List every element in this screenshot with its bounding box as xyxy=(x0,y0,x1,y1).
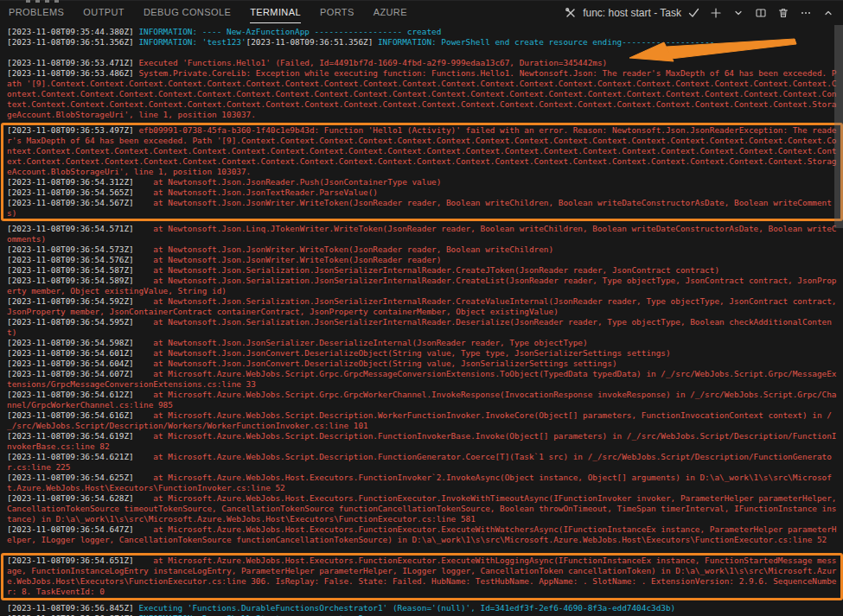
tab-terminal[interactable]: TERMINAL xyxy=(250,2,301,23)
terminal-task-label: func: host start - Task xyxy=(583,7,681,19)
log-block: [2023-11-08T09:35:44.380Z] INFORMATION: … xyxy=(7,27,840,120)
trash-icon[interactable] xyxy=(776,5,791,21)
log-line: [2023-11-08T09:36:53.486Z] System.Privat… xyxy=(7,68,840,120)
log-line: [2023-11-08T09:36:54.576Z] at Newtonsoft… xyxy=(7,255,840,265)
log-line: [2023-11-08T09:36:54.567Z] at Newtonsoft… xyxy=(7,198,840,219)
log-block: [2023-11-08T09:36:54.571Z] at Newtonsoft… xyxy=(7,224,840,545)
log-line: [2023-11-08T09:36:54.571Z] at Newtonsoft… xyxy=(7,224,840,244)
chevron-up-icon[interactable] xyxy=(821,5,836,21)
log-line: [2023-11-08T09:36:54.312Z] at Newtonsoft… xyxy=(7,177,840,187)
log-line: [2023-11-08T09:36:54.592Z] at Newtonsoft… xyxy=(7,296,840,317)
log-line: [2023-11-08T09:36:54.573Z] at Newtonsoft… xyxy=(7,244,840,255)
log-line: [2023-11-08T09:36:54.612Z] at Microsoft.… xyxy=(7,390,840,410)
log-line: [2023-11-08T09:36:54.607Z] at Microsoft.… xyxy=(7,369,840,390)
chevron-down-icon[interactable] xyxy=(731,5,746,21)
tab-debug-console[interactable]: DEBUG CONSOLE xyxy=(144,2,231,23)
tools-icon xyxy=(563,5,578,21)
log-line: [2023-11-08T09:36:54.604Z] at Newtonsoft… xyxy=(7,359,840,369)
log-line: [2023-11-08T09:35:44.380Z] INFORMATION: … xyxy=(7,27,840,37)
log-block: [2023-11-08T09:36:56.845Z] Executing 'Fu… xyxy=(7,603,840,616)
tab-azure[interactable]: AZURE xyxy=(374,2,407,23)
split-editor-icon[interactable] xyxy=(753,5,769,21)
log-line: [2023-11-08T09:36:54.598Z] at Newtonsoft… xyxy=(7,338,840,348)
log-line: [2023-11-08T09:36:53.497Z] efb09991-0738… xyxy=(7,125,840,177)
tab-problems[interactable]: PROBLEMS xyxy=(9,2,64,23)
log-line: [2023-11-08T09:36:53.471Z] Executed 'Fun… xyxy=(7,58,840,68)
log-line: [2023-11-08T09:36:54.565Z] at Newtonsoft… xyxy=(7,187,840,198)
clipped-text-fragment xyxy=(26,0,61,3)
log-line: [2023-11-08T09:36:54.595Z] at Newtonsoft… xyxy=(7,317,840,338)
terminal-log: [2023-11-08T09:35:44.380Z] INFORMATION: … xyxy=(0,24,843,616)
log-line: [2023-11-08T09:36:54.587Z] at Newtonsoft… xyxy=(7,265,840,276)
panel-tabs: PROBLEMS OUTPUT DEBUG CONSOLE TERMINAL P… xyxy=(9,2,563,23)
panel-tab-bar: PROBLEMS OUTPUT DEBUG CONSOLE TERMINAL P… xyxy=(0,0,843,24)
log-line: [2023-11-08T09:36:54.589Z] at Newtonsoft… xyxy=(7,276,840,296)
log-line: [2023-11-08T09:36:54.651Z] at Microsoft.… xyxy=(7,556,840,597)
log-line: [2023-11-08T09:36:54.621Z] at Microsoft.… xyxy=(7,452,840,473)
annotation-highlight-box: [2023-11-08T09:36:53.497Z] efb09991-0738… xyxy=(1,123,843,221)
log-line: [2023-11-08T09:36:54.628Z] at Microsoft.… xyxy=(7,493,840,524)
log-line: [2023-11-08T09:36:54.619Z] at Microsoft.… xyxy=(7,431,840,452)
log-line: [2023-11-08T09:36:54.616Z] at Microsoft.… xyxy=(7,410,840,431)
new-terminal-button[interactable] xyxy=(708,5,724,21)
tab-ports[interactable]: PORTS xyxy=(320,2,354,23)
annotation-highlight-box: [2023-11-08T09:36:54.651Z] at Microsoft.… xyxy=(1,553,843,600)
log-line: [2023-11-08T09:36:54.601Z] at Newtonsoft… xyxy=(7,348,840,359)
terminal-scrollbar[interactable] xyxy=(834,25,843,228)
log-line: [2023-11-08T09:36:54.625Z] at Microsoft.… xyxy=(7,473,840,493)
tab-output[interactable]: OUTPUT xyxy=(83,2,125,23)
log-line: [2023-11-08T09:36:56.845Z] Executing 'Fu… xyxy=(7,603,840,613)
log-line: [2023-11-08T09:36:54.647Z] at Microsoft.… xyxy=(7,524,840,545)
check-icon xyxy=(686,5,701,21)
terminal-actions: func: host start - Task xyxy=(563,5,836,21)
ellipsis-icon[interactable] xyxy=(798,5,814,21)
terminal-task-selector[interactable]: func: host start - Task xyxy=(563,5,701,21)
log-line xyxy=(7,48,840,58)
log-line: [2023-11-08T09:36:51.356Z] INFORMATION: … xyxy=(7,37,840,48)
